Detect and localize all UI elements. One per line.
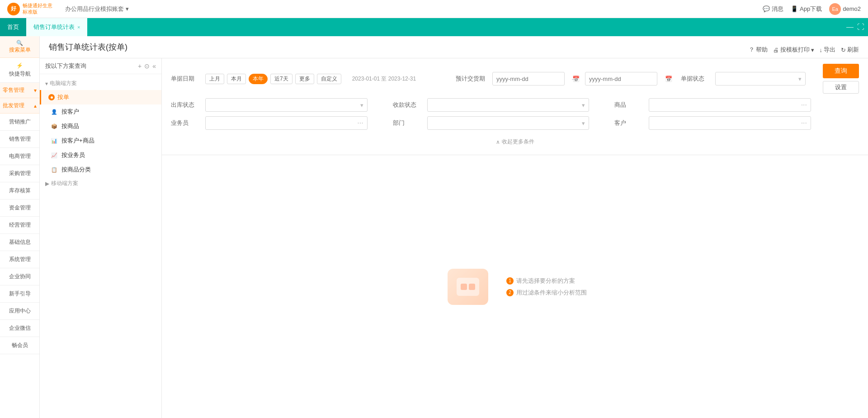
main-layout: 🔍 搜索菜单 ⚡ 快捷导航 零售管理 ▾ 批发管理 ▴ 营销推广 销售管理 电商… <box>0 36 868 418</box>
sidebar-search[interactable]: 🔍 搜索菜单 <box>0 36 39 58</box>
department-label: 部门 <box>393 119 420 127</box>
collapse-panel-btn[interactable]: « <box>152 62 156 70</box>
message-btn[interactable]: 💬 消息 <box>763 5 783 13</box>
query-panel: 查询 设置 <box>818 64 859 94</box>
chevron-up-icon: ∧ <box>496 139 500 145</box>
salesperson-select[interactable]: ··· <box>205 116 368 130</box>
hint-item-1: 1 请先选择要分析的方案 <box>506 275 587 287</box>
desktop-scheme-title: ▾ 电脑端方案 <box>40 77 161 90</box>
receipt-label: 收款状态 <box>393 101 420 109</box>
expected-date-start[interactable]: 📅 <box>492 72 565 86</box>
date-label: 单据日期 <box>171 75 198 83</box>
template-print-btn[interactable]: 🖨 按模板打印 ▾ <box>773 46 814 54</box>
salesperson-more-icon[interactable]: ··· <box>357 119 363 127</box>
content-area: 销售订单统计表(按单) ？ 帮助 🖨 按模板打印 ▾ ↓ 导出 ↻ 刷新 <box>40 36 868 418</box>
app-selector[interactable]: 办公用品行业模拟账套 ▾ <box>65 5 129 13</box>
export-btn[interactable]: ↓ 导出 <box>820 46 836 54</box>
radio-active-icon <box>48 94 55 100</box>
sidebar-item-newuser[interactable]: 新手引导 <box>0 285 39 303</box>
sidebar-item-appcenter[interactable]: 应用中心 <box>0 303 39 320</box>
minimize-icon[interactable]: — <box>846 23 854 31</box>
header-actions: + ⊙ « <box>138 62 156 70</box>
chevron-down-icon: ▾ <box>126 5 129 12</box>
tab-close-icon[interactable]: × <box>77 24 80 30</box>
chevron-down-icon: ▾ <box>45 81 48 87</box>
expected-date-end[interactable]: 📅 <box>585 72 657 86</box>
product-label: 商品 <box>614 101 642 109</box>
logo-text: 畅捷通好生意 标准版 <box>23 3 52 14</box>
scheme-item-by-product[interactable]: 📦 按商品 <box>40 119 161 133</box>
status-label: 单据状态 <box>681 75 708 83</box>
customer-select[interactable]: ··· <box>649 116 811 130</box>
sidebar-item-inventory[interactable]: 库存核算 <box>0 182 39 200</box>
sidebar-item-wechat[interactable]: 企业微信 <box>0 320 39 337</box>
customer-more-icon[interactable]: ··· <box>801 119 807 127</box>
sidebar-item-wholesale[interactable]: 批发管理 ▴ <box>0 98 39 114</box>
empty-hints: 1 请先选择要分析的方案 2 用过滤条件来缩小分析范围 <box>506 275 587 299</box>
department-select[interactable]: ▾ <box>427 116 590 130</box>
avatar: Ea <box>829 3 841 15</box>
sidebar-item-system[interactable]: 系统管理 <box>0 251 39 268</box>
date-range-display: 2023-01-01 至 2023-12-31 <box>352 75 416 83</box>
filter-row-3: 业务员 ··· 部门 ▾ 客户 <box>171 116 859 130</box>
scheme-item-by-customer-product[interactable]: 📊 按客户+商品 <box>40 133 161 148</box>
help-btn[interactable]: ？ 帮助 <box>749 46 768 54</box>
tab-home[interactable]: 首页 <box>0 18 26 36</box>
refresh-btn[interactable]: ↻ 刷新 <box>841 46 859 54</box>
add-scheme-btn[interactable]: + <box>138 62 142 70</box>
sidebar-item-operations[interactable]: 经营管理 <box>0 217 39 234</box>
maximize-icon[interactable]: ⛶ <box>857 23 864 31</box>
scheme-item-by-customer[interactable]: 👤 按客户 <box>40 104 161 119</box>
scheme-item-by-order[interactable]: 按单 <box>40 90 161 104</box>
sidebar-item-retail[interactable]: 零售管理 ▾ <box>0 83 39 98</box>
user-icon: 👤 <box>51 108 58 115</box>
sidebar-item-ecommerce[interactable]: 电商管理 <box>0 148 39 165</box>
chevron-down-icon: ▾ <box>582 120 585 127</box>
hint-item-2: 2 用过滤条件来缩小分析范围 <box>506 287 587 299</box>
sidebar-item-marketing[interactable]: 营销推广 <box>0 114 39 131</box>
shortcuts-icon: ⚡ <box>16 62 23 69</box>
sidebar-item-member[interactable]: 畅会员 <box>0 337 39 354</box>
logo-icon: 好 <box>7 3 20 15</box>
page-actions: ？ 帮助 🖨 按模板打印 ▾ ↓ 导出 ↻ 刷新 <box>749 46 859 54</box>
this-month-btn[interactable]: 本月 <box>227 74 246 84</box>
chevron-down-icon: ▾ <box>360 102 363 109</box>
user-area[interactable]: Ea demo2 <box>829 3 861 15</box>
app-download-btn[interactable]: 📱 App下载 <box>791 5 822 13</box>
sidebar-item-enterprise[interactable]: 企业协同 <box>0 268 39 285</box>
outbound-select[interactable]: ▾ <box>205 98 368 112</box>
more-options-icon[interactable]: ··· <box>801 101 807 109</box>
two-col-content: 按以下方案查询 + ⊙ « ▾ 电脑端方案 按单 <box>40 58 868 418</box>
expected-date-start-input[interactable] <box>496 76 572 82</box>
collapse-btn[interactable]: ∧ 收起更多条件 <box>171 134 859 149</box>
last7days-btn[interactable]: 近7天 <box>270 74 292 84</box>
left-panel: 按以下方案查询 + ⊙ « ▾ 电脑端方案 按单 <box>40 58 162 418</box>
sidebar-item-purchase[interactable]: 采购管理 <box>0 165 39 182</box>
sidebar-item-shortcuts[interactable]: ⚡ 快捷导航 <box>0 58 39 83</box>
date-buttons: 上月 本月 本年 近7天 更多 自定义 <box>205 74 341 84</box>
sidebar-item-finance[interactable]: 资金管理 <box>0 200 39 217</box>
settings-button[interactable]: 设置 <box>823 81 859 94</box>
chevron-down-icon: ▾ <box>582 102 585 109</box>
receipt-select[interactable]: ▾ <box>427 98 590 112</box>
query-button[interactable]: 查询 <box>823 64 859 78</box>
expected-date-label: 预计交货期 <box>456 75 485 83</box>
sidebar-item-basics[interactable]: 基础信息 <box>0 234 39 251</box>
tab-sales-stats[interactable]: 销售订单统计表 × <box>26 18 87 36</box>
settings-scheme-btn[interactable]: ⊙ <box>144 62 150 70</box>
this-year-btn[interactable]: 本年 <box>249 74 268 84</box>
more-btn[interactable]: 更多 <box>295 74 314 84</box>
chevron-down-icon: ▾ <box>798 76 802 82</box>
top-bar-left: 好 畅捷通好生意 标准版 办公用品行业模拟账套 ▾ <box>7 3 129 15</box>
page-header: 销售订单统计表(按单) ？ 帮助 🖨 按模板打印 ▾ ↓ 导出 ↻ 刷新 <box>40 36 868 58</box>
download-icon: 📱 <box>791 5 798 12</box>
sidebar-item-sales[interactable]: 销售管理 <box>0 131 39 148</box>
status-select[interactable]: ▾ <box>715 72 806 86</box>
product-select[interactable]: ··· <box>649 98 811 112</box>
custom-btn[interactable]: 自定义 <box>317 74 341 84</box>
window-controls: — ⛶ <box>843 18 868 36</box>
last-month-btn[interactable]: 上月 <box>205 74 224 84</box>
scheme-item-by-salesperson[interactable]: 📈 按业务员 <box>40 148 161 162</box>
expected-date-end-input[interactable] <box>589 76 665 82</box>
scheme-item-by-category[interactable]: 📋 按商品分类 <box>40 162 161 177</box>
